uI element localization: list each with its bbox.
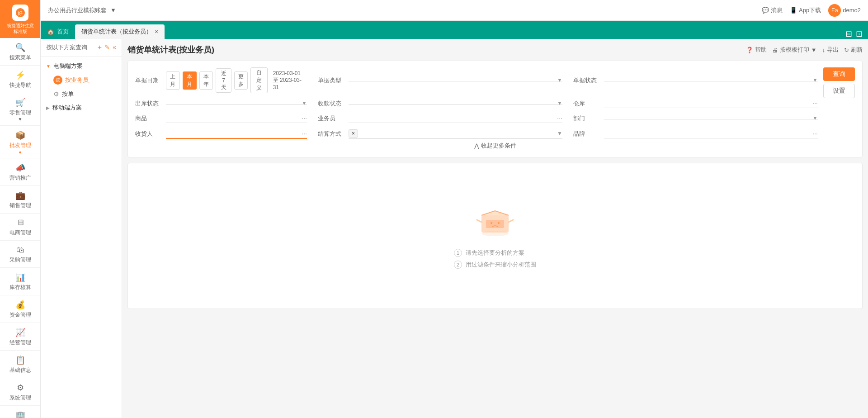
date-btn-custom[interactable]: 自定义 — [250, 67, 267, 93]
docstatus-select[interactable]: ▼ — [604, 79, 818, 81]
filter-status-row: 出库状态 ▼ 收款状态 ▼ — [135, 99, 818, 108]
svg-point-6 — [498, 222, 500, 224]
sidebar-item-sales[interactable]: 💼 销售管理 — [0, 186, 40, 214]
active-dot: 按 — [53, 76, 62, 85]
sidebar-item-basic[interactable]: 📋 基础信息 — [0, 351, 40, 378]
sidebar-item-operation[interactable]: 📈 经营管理 — [0, 323, 40, 351]
filter-receiver-row: 收货人 ··· 结算方式 — [135, 128, 818, 139]
inventory-icon: 📊 — [15, 272, 25, 282]
date-btn-more[interactable]: 更多 — [234, 71, 248, 90]
page-title: 销货单统计表(按业务员) — [127, 44, 214, 55]
collectstatus-label: 收款状态 — [318, 100, 345, 108]
sidebar-item-enterprise[interactable]: 🏢 企业协同 — [0, 406, 40, 418]
top-bar: 办公用品行业模拟账套 ▼ 💬 消息 📱 App下载 Ea demo2 — [41, 0, 868, 21]
brand-dots-btn[interactable]: ··· — [812, 130, 818, 137]
help-action[interactable]: ❓ 帮助 — [746, 46, 767, 54]
docstatus-label: 单据状态 — [573, 76, 600, 85]
staff-dots-btn[interactable]: ··· — [557, 114, 562, 122]
app-download-btn[interactable]: 📱 App下载 — [790, 6, 821, 14]
collapse-chevron-icon: ⋀ — [474, 142, 479, 149]
tab-home[interactable]: 🏠 首页 — [41, 24, 75, 39]
page-area: 按以下方案查询 + ✎ « ▼ 电脑端方案 按 按业务员 ⚙ — [41, 39, 868, 418]
collapse-btn[interactable]: ⋀ 收起更多条件 — [474, 142, 516, 150]
date-btn-last-month[interactable]: 上月 — [166, 71, 180, 90]
home-icon: 🏠 — [47, 28, 54, 35]
refresh-icon: ↻ — [844, 47, 849, 53]
doctype-label: 单据类型 — [318, 76, 345, 85]
breadcrumb-chevron[interactable]: ▼ — [110, 7, 116, 14]
edit-scheme-btn[interactable]: ✎ — [104, 43, 110, 52]
tree-item-desktop[interactable]: ▼ 电脑端方案 — [41, 59, 122, 73]
ecommerce-icon: 🖥 — [16, 218, 24, 228]
query-btn[interactable]: 查询 — [823, 67, 855, 81]
settlement-tag[interactable]: × — [349, 129, 358, 138]
receiver-dots-btn[interactable]: ··· — [302, 130, 307, 137]
empty-state: 1 请先选择要分析的方案 2 用过滤条件来缩小分析范围 — [127, 163, 863, 309]
refresh-action[interactable]: ↻ 刷新 — [844, 46, 863, 54]
system-icon: ⚙ — [17, 383, 24, 393]
brand-input[interactable]: ··· — [604, 129, 818, 138]
message-icon: 💬 — [762, 7, 769, 14]
window-minimize-btn[interactable]: ⊟ — [845, 29, 852, 39]
settings-btn[interactable]: 设置 — [823, 84, 855, 98]
date-btn-this-month[interactable]: 本月 — [183, 71, 197, 90]
filter-main-rows: 单据日期 上月 本月 本年 近7天 更多 自定义 2023-03-01 至 20… — [135, 67, 818, 139]
shortcut-icon: ⚡ — [15, 70, 25, 80]
receiver-label: 收货人 — [135, 130, 162, 138]
sidebar-item-finance[interactable]: 💰 资金管理 — [0, 295, 40, 323]
sidebar-item-retail[interactable]: 🛒 零售管理 ▼ — [0, 93, 40, 126]
app-download-icon: 📱 — [790, 7, 797, 14]
settlement-select[interactable]: × ▼ — [349, 128, 562, 139]
collectstatus-select[interactable]: ▼ — [349, 102, 562, 104]
tree-section: ▼ 电脑端方案 按 按业务员 ⚙ 按单 ▶ 移动端方案 — [41, 57, 122, 117]
goods-dots-btn[interactable]: ··· — [302, 114, 307, 122]
sidebar-item-marketing[interactable]: 📣 营销推广 — [0, 158, 40, 186]
tree-item-mobile[interactable]: ▶ 移动端方案 — [41, 101, 122, 114]
filter-date-row: 单据日期 上月 本月 本年 近7天 更多 自定义 2023-03-01 至 20… — [135, 67, 818, 93]
tree-child-by-order[interactable]: ⚙ 按单 — [41, 87, 122, 101]
sales-icon: 💼 — [15, 190, 25, 200]
sidebar-item-system[interactable]: ⚙ 系统管理 — [0, 378, 40, 406]
template-print-action[interactable]: 🖨 按模板打印 ▼ — [772, 46, 817, 54]
logo-text: 畅捷通好生意 标准版 — [7, 23, 34, 34]
collapse-panel-btn[interactable]: « — [113, 43, 116, 52]
goods-input[interactable]: ··· — [166, 114, 307, 123]
staff-label: 业务员 — [318, 114, 345, 123]
doctype-select[interactable]: ▼ — [349, 79, 562, 81]
dept-label: 部门 — [573, 114, 600, 123]
settlement-chevron-icon: ▼ — [557, 130, 562, 137]
left-panel-actions: + ✎ « — [98, 43, 116, 52]
add-scheme-btn[interactable]: + — [98, 43, 102, 52]
sidebar-item-ecommerce[interactable]: 🖥 电商管理 — [0, 214, 40, 241]
tab-close-btn[interactable]: × — [155, 28, 158, 35]
sidebar-item-shortcut[interactable]: ⚡ 快捷导航 — [0, 66, 40, 93]
retail-icon: 🛒 — [15, 98, 25, 108]
export-action[interactable]: ↓ 导出 — [822, 46, 839, 54]
tab-sales-stat[interactable]: 销货单统计表（按业务员） × — [75, 24, 165, 39]
sidebar-item-inventory[interactable]: 📊 库存核算 — [0, 268, 40, 295]
svg-line-7 — [477, 220, 481, 222]
staff-input[interactable]: ··· — [349, 114, 562, 123]
operation-icon: 📈 — [15, 328, 25, 337]
date-filter: 上月 本月 本年 近7天 更多 自定义 2023-03-01 至 2023-03… — [166, 67, 307, 93]
window-maximize-btn[interactable]: ⊡ — [856, 29, 863, 39]
receiver-input[interactable]: ··· — [166, 129, 307, 139]
message-btn[interactable]: 💬 消息 — [762, 6, 783, 14]
sidebar-item-search[interactable]: 🔍 搜索菜单 — [0, 38, 40, 66]
sidebar-item-wholesale[interactable]: 📦 批发管理 ▲ — [0, 126, 40, 158]
user-profile[interactable]: Ea demo2 — [828, 4, 861, 17]
outstatus-select[interactable]: ▼ — [166, 102, 307, 104]
main-content: 办公用品行业模拟账套 ▼ 💬 消息 📱 App下载 Ea demo2 🏠 首页 — [41, 0, 868, 418]
wholesale-icon: 📦 — [15, 130, 25, 140]
filter-row-1: 单据日期 上月 本月 本年 近7天 更多 自定义 2023-03-01 至 20… — [135, 67, 855, 139]
tree-child-by-staff[interactable]: 按 按业务员 — [41, 73, 122, 87]
warehouse-input[interactable]: ··· — [604, 99, 818, 108]
sidebar-item-purchase[interactable]: 🛍 采购管理 — [0, 241, 40, 268]
date-btn-this-year[interactable]: 本年 — [199, 71, 213, 90]
goods-label: 商品 — [135, 114, 162, 123]
step-num-1: 1 — [454, 249, 462, 257]
avatar: Ea — [828, 4, 841, 17]
warehouse-dots-btn[interactable]: ··· — [812, 100, 818, 107]
date-btn-last7[interactable]: 近7天 — [216, 68, 231, 93]
dept-select[interactable]: ▼ — [604, 117, 818, 119]
